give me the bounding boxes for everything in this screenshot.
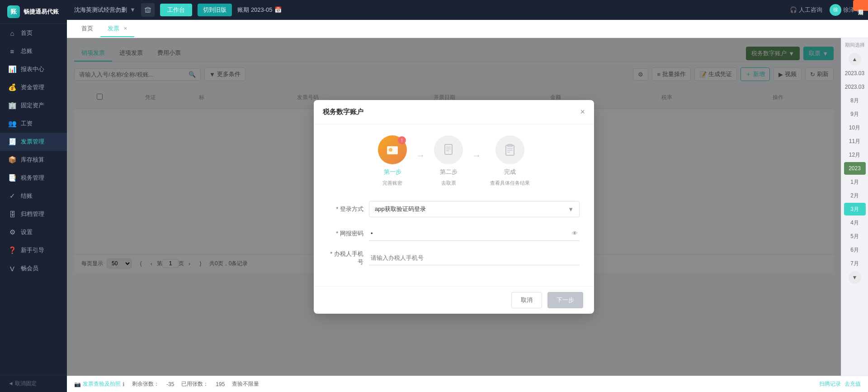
settings-icon: ⚙: [8, 228, 16, 236]
sidebar-item-tax[interactable]: 📑 税务管理: [0, 169, 67, 187]
building-icon: [145, 7, 151, 13]
period-2023-03-first[interactable]: 2023.03: [844, 67, 866, 80]
sidebar-item-settings[interactable]: ⚙ 设置: [0, 223, 67, 241]
period-label: 账期: [237, 6, 249, 14]
password-input[interactable]: [369, 226, 570, 240]
period-5[interactable]: 5月: [844, 230, 866, 243]
sidebar-item-label: 设置: [21, 228, 33, 236]
period-8[interactable]: 8月: [844, 94, 866, 107]
phone-input-wrap: [369, 251, 580, 265]
id-card-icon: [385, 143, 400, 157]
step-arrow-1: →: [407, 150, 434, 161]
sidebar-item-member[interactable]: V 畅会员: [0, 259, 67, 277]
period-display: 账期 2023-05 📅: [237, 6, 282, 14]
avatar-icon: 徐: [830, 4, 841, 16]
step1-sublabel: 完善账密: [382, 180, 402, 186]
period-up-button[interactable]: ▲: [849, 53, 861, 66]
workspace-button[interactable]: 工作台: [160, 4, 192, 16]
calendar-icon[interactable]: 📅: [274, 6, 282, 13]
sidebar-item-ledger[interactable]: ≡ 总账: [0, 42, 67, 60]
period-4[interactable]: 4月: [844, 216, 866, 229]
svg-rect-2: [387, 146, 398, 154]
tab-close-icon[interactable]: ×: [124, 25, 127, 32]
sidebar-item-label: 首页: [21, 29, 33, 37]
login-method-item: * 登录方式 app获取验证码登录 ▼: [328, 201, 580, 217]
main-area: 沈海英测试经营勿删 ▼ 工作台 切到旧版 账期 2023-05 📅 🎧 人工咨询…: [67, 0, 868, 392]
period-3[interactable]: 3月: [844, 203, 866, 215]
period-11[interactable]: 11月: [844, 135, 866, 148]
period-12[interactable]: 12月: [844, 148, 866, 161]
sidebar-item-guide[interactable]: ❓ 新手引导: [0, 241, 67, 259]
remaining-label: 剩余张数：: [132, 380, 159, 388]
used-value: 195: [216, 381, 225, 387]
eye-icon[interactable]: 👁: [570, 230, 580, 237]
company-icon-button[interactable]: [141, 3, 155, 17]
phone-control: [369, 251, 580, 265]
guide-icon: ❓: [8, 246, 16, 254]
sidebar-item-home[interactable]: ⌂ 首页: [0, 24, 67, 42]
next-step-button[interactable]: 下一步: [547, 292, 583, 308]
phone-input[interactable]: [369, 251, 580, 265]
sidebar-item-payroll[interactable]: 👥 工资: [0, 115, 67, 133]
period-1[interactable]: 1月: [844, 176, 866, 188]
svg-rect-5: [394, 150, 396, 151]
period-7[interactable]: 7月: [844, 257, 866, 270]
sidebar-item-label: 工资: [21, 120, 33, 128]
content-inner: 销项发票 进项发票 费用小票 税务数字账户 ▼ 取票 ▼: [67, 38, 841, 376]
cancel-button[interactable]: 取消: [511, 292, 542, 308]
svg-rect-4: [394, 148, 396, 149]
sidebar-item-label: 总账: [21, 47, 33, 55]
period-9[interactable]: 9月: [844, 108, 866, 120]
dialog-form: * 登录方式 app获取验证码登录 ▼: [328, 201, 580, 266]
tab-home[interactable]: 首页: [74, 21, 100, 37]
sidebar-item-assets[interactable]: 🏢 固定资产: [0, 96, 67, 115]
sidebar-item-archive[interactable]: 🗄 归档管理: [0, 205, 67, 223]
sidebar-item-settle[interactable]: ✓ 结账: [0, 187, 67, 205]
content-area: 销项发票 进项发票 费用小票 税务数字账户 ▼ 取票 ▼: [67, 38, 868, 376]
period-value: 2023-05: [251, 6, 273, 13]
step2-sublabel: 去取票: [441, 180, 456, 186]
tax-icon: 📑: [8, 174, 16, 182]
sidebar-footer[interactable]: ◄ 取消固定: [0, 375, 67, 392]
headset-icon: 🎧: [790, 6, 797, 13]
dialog-close-button[interactable]: ×: [580, 107, 585, 117]
svg-point-3: [389, 148, 392, 152]
step2-icon: [434, 135, 463, 164]
reports-icon: 📊: [8, 65, 16, 73]
topbar: 沈海英测试经营勿删 ▼ 工作台 切到旧版 账期 2023-05 📅 🎧 人工咨询…: [67, 0, 868, 20]
period-down-button[interactable]: ▼: [849, 271, 861, 284]
sidebar-item-reports[interactable]: 📊 报表中心: [0, 60, 67, 78]
info-icon: ℹ: [123, 381, 125, 387]
svg-rect-6: [445, 144, 452, 154]
invoice-check-label[interactable]: 发票查验及拍照: [83, 380, 121, 388]
recharge-link[interactable]: 去充值: [844, 380, 861, 388]
period-2[interactable]: 2月: [844, 189, 866, 202]
sidebar-item-inventory[interactable]: 📦 库存核算: [0, 151, 67, 169]
sidebar-item-invoice[interactable]: 🧾 发票管理: [0, 133, 67, 151]
sidebar-item-funds[interactable]: 💰 资金管理: [0, 78, 67, 96]
sidebar-item-label: 新手引导: [21, 246, 44, 254]
sidebar-nav: ⌂ 首页 ≡ 总账 📊 报表中心 💰 资金管理 🏢 固定资产 👥 工资: [0, 24, 67, 375]
dialog-title: 税务数字账户: [323, 108, 363, 116]
support-button[interactable]: 🎧 人工咨询: [790, 6, 822, 14]
sidebar-item-label: 归档管理: [21, 210, 44, 218]
select-chevron-icon: ▼: [568, 206, 574, 213]
login-method-select[interactable]: app获取验证码登录 ▼: [369, 201, 580, 217]
invoice-check-icon: 📷: [74, 381, 81, 387]
step1-icon: !: [378, 135, 407, 164]
dialog-footer: 取消 下一步: [314, 286, 594, 314]
scan-login-link[interactable]: 扫腾记录: [819, 380, 841, 388]
period-6[interactable]: 6月: [844, 244, 866, 256]
sidebar-item-label: 报表中心: [21, 65, 44, 73]
company-name: 沈海英测试经营勿删: [74, 6, 127, 14]
period-10[interactable]: 10月: [844, 121, 866, 134]
company-selector[interactable]: 沈海英测试经营勿删 ▼: [74, 6, 136, 14]
bottombar: 📷 发票查验及拍照 ℹ 剩余张数： -35 已用张数： 195 查验不限量 扫腾…: [67, 376, 868, 392]
tab-invoice[interactable]: 发票 ×: [100, 21, 134, 37]
period-2023-03-second[interactable]: 2023.03: [844, 81, 866, 93]
sidebar-item-label: 固定资产: [21, 101, 44, 110]
switch-version-button[interactable]: 切到旧版: [198, 4, 232, 16]
period-2023-year[interactable]: 2023: [844, 162, 866, 175]
step1-error-badge: !: [398, 136, 406, 144]
chevron-down-icon: ▼: [130, 6, 136, 13]
